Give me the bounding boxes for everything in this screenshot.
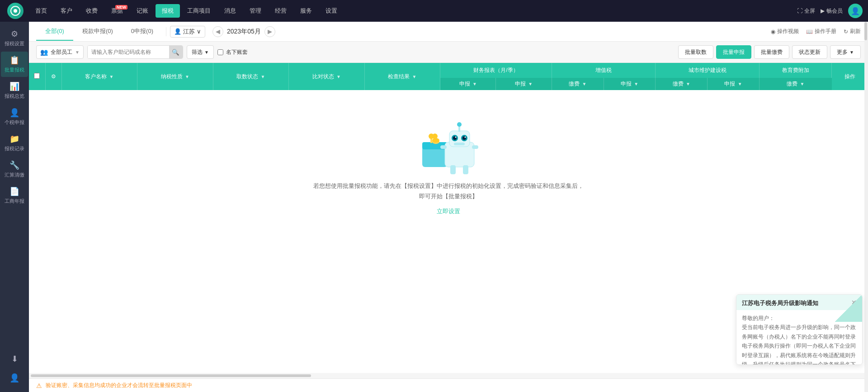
sort-icon[interactable]: ▼	[412, 74, 416, 79]
sort-icon[interactable]: ▼	[185, 74, 189, 79]
th-edu-pay: 缴费 ▼	[759, 78, 831, 90]
prev-month-button[interactable]: ◀	[212, 26, 223, 37]
nav-item-service[interactable]: 服务	[294, 4, 318, 18]
batch-submit-button[interactable]: 批量申报	[716, 45, 751, 59]
svg-point-7	[432, 138, 439, 143]
filter-button[interactable]: 筛选 ▼	[187, 45, 214, 59]
operation-manual-button[interactable]: 📖 操作手册	[806, 28, 836, 35]
nav-item-tax[interactable]: 报税	[156, 4, 180, 18]
sidebar-item-settlement[interactable]: 🔧 汇算清缴	[1, 157, 28, 182]
nav-item-business[interactable]: 工商项目	[181, 4, 217, 18]
nav-item-bookkeeping[interactable]: 记账	[130, 4, 155, 18]
more-button[interactable]: 更多 ▼	[830, 45, 861, 59]
sort-icon[interactable]: ▼	[336, 74, 341, 79]
tab-divider	[166, 27, 166, 36]
sort-icon[interactable]: ▼	[686, 81, 690, 86]
nav-right: ⛶ 全屏 ▶ 畅会员 👤	[797, 4, 863, 18]
sidebar-item-tax-overview[interactable]: 📊 报税总览	[1, 78, 28, 103]
nav-item-management[interactable]: 管理	[243, 4, 268, 18]
nav-item-fee[interactable]: 收费	[80, 4, 104, 18]
th-gear: ⚙	[45, 63, 61, 90]
batch-fetch-button[interactable]: 批量取数	[678, 45, 713, 59]
current-month: 2023年05月	[227, 28, 261, 36]
sidebar-item-tax-settings[interactable]: ⚙ 报税设置	[1, 25, 28, 51]
th-check-result: 检查结果 ▼	[364, 63, 440, 90]
sidebar-item-tax-record[interactable]: 📁 报税记录	[1, 130, 28, 156]
sort-icon[interactable]: ▼	[109, 74, 113, 79]
sort-icon[interactable]: ▼	[472, 81, 477, 86]
nav-item-message[interactable]: 消息	[218, 4, 242, 18]
scroll-thumb[interactable]	[31, 374, 311, 377]
select-all-checkbox[interactable]	[34, 73, 40, 79]
batch-pay-button[interactable]: 批量缴费	[754, 45, 789, 59]
tab-zero-declaration[interactable]: 0申报(0)	[122, 23, 162, 41]
horizontal-scrollbar[interactable]	[29, 373, 868, 378]
nav-item-settings[interactable]: 设置	[319, 4, 344, 18]
nav-item-invoice[interactable]: 票据 NEW	[105, 4, 129, 18]
th-edu-declare: 申报 ▼	[708, 78, 760, 90]
svg-rect-18	[454, 143, 465, 145]
empty-state-row: 若您想使用批量报税功能，请先在【报税设置】中进行报税的初始化设置，完成密码验证和…	[29, 90, 868, 243]
name-tag-checkbox[interactable]	[217, 49, 223, 55]
robot-illustration	[417, 117, 480, 181]
employee-select[interactable]: 👥 全部员工 ▼	[36, 45, 84, 59]
nav-item-home[interactable]: 首页	[29, 4, 53, 18]
tab-tax-declaration[interactable]: 税款申报(0)	[73, 23, 122, 41]
province-select[interactable]: 👤 江苏 ∨	[170, 26, 205, 38]
sort-icon[interactable]: ▼	[634, 81, 638, 86]
th-compare-status: 比对状态 ▼	[289, 63, 365, 90]
empty-state: 若您想使用批量报税功能，请先在【报税设置】中进行报税的初始化设置，完成密码验证和…	[29, 90, 868, 243]
avatar[interactable]: 👤	[848, 4, 863, 18]
setup-link[interactable]: 立即设置	[437, 207, 460, 215]
operation-video-button[interactable]: ◉ 操作视频	[771, 28, 799, 35]
nav-item-customer[interactable]: 客户	[54, 4, 79, 18]
th-city-declare: 申报 ▼	[604, 78, 656, 90]
sort-icon[interactable]: ▼	[800, 81, 805, 86]
sidebar-item-annual-report[interactable]: 📄 工商年报	[1, 183, 28, 208]
th-fetch-status: 取数状态 ▼	[213, 63, 289, 90]
svg-rect-19	[440, 145, 447, 149]
fullscreen-button[interactable]: ⛶ 全屏	[797, 7, 815, 15]
name-tag-checkbox-label[interactable]: 名下账套	[217, 48, 248, 56]
svg-rect-21	[450, 165, 456, 174]
sidebar-user[interactable]: 👤	[1, 369, 28, 387]
sort-icon[interactable]: ▼	[738, 81, 742, 86]
chevron-down-icon: ▼	[75, 50, 80, 55]
empty-description: 若您想使用批量报税功能，请先在【报税设置】中进行报税的初始化设置，完成密码验证和…	[313, 181, 584, 202]
status-update-button[interactable]: 状态更新	[792, 45, 827, 59]
refresh-button[interactable]: ↻ 刷新	[844, 28, 861, 35]
app-logo[interactable]	[5, 1, 25, 21]
filter-arrow-icon: ▼	[204, 50, 209, 55]
next-month-button[interactable]: ▶	[264, 26, 275, 37]
sidebar-download[interactable]: ⬇	[1, 350, 28, 368]
svg-rect-20	[472, 145, 478, 149]
tab-bar: 全部(0) 税款申报(0) 0申报(0) 👤 江苏 ∨ ◀ 2023年05月 ▶…	[29, 22, 868, 42]
th-tax-type: 纳税性质 ▼	[137, 63, 213, 90]
member-button[interactable]: ▶ 畅会员	[821, 7, 843, 15]
th-financial-declare: 申报 ▼	[440, 78, 496, 90]
sidebar-item-personal-tax[interactable]: 👤 个税申报	[1, 104, 28, 129]
sidebar-item-batch-tax[interactable]: 📋 批量报税	[1, 52, 28, 77]
gear-icon[interactable]: ⚙	[51, 73, 56, 80]
manual-icon: 📖	[806, 29, 813, 35]
th-checkbox	[29, 63, 45, 90]
svg-rect-0	[422, 147, 447, 167]
sort-icon[interactable]: ▼	[528, 81, 533, 86]
th-operation: 操作	[832, 63, 868, 90]
tab-all[interactable]: 全部(0)	[36, 23, 73, 41]
nav-item-operation[interactable]: 经营	[269, 4, 293, 18]
vertical-scrollbar-thumb[interactable]	[864, 22, 867, 40]
month-navigation: ◀ 2023年05月 ▶	[212, 26, 275, 37]
top-navigation: 首页 客户 收费 票据 NEW 记账 报税 工商项目 消息 管理 经营 服务 设…	[0, 0, 868, 22]
notification-panel: 江苏电子税务局升级影响通知 ✕ 尊敬的用户： 受当前电子税务局进一步升级的影响，…	[736, 294, 863, 365]
sort-icon[interactable]: ▼	[260, 74, 265, 79]
vertical-scrollbar-track[interactable]	[864, 22, 868, 392]
svg-rect-22	[463, 165, 468, 174]
status-bar: ⚠ 验证账密、采集信息均成功的企业才会流转至批量报税页面中	[29, 378, 868, 392]
sort-icon[interactable]: ▼	[582, 81, 586, 86]
search-button[interactable]: 🔍	[169, 45, 183, 59]
th-customer-name: 客户名称 ▼	[61, 63, 137, 90]
search-input[interactable]	[88, 46, 169, 58]
employee-icon: 👥	[40, 48, 48, 56]
toolbar-actions: 批量取数 批量申报 批量缴费 状态更新 更多 ▼	[678, 45, 861, 59]
